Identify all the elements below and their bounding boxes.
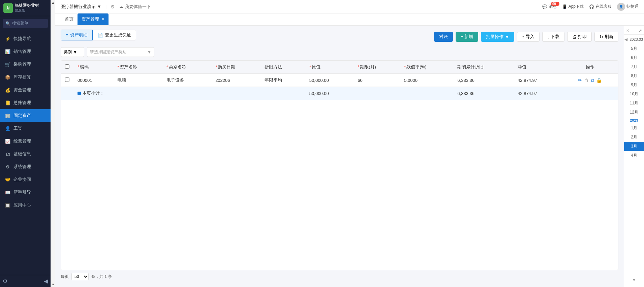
sidebar-item-finance[interactable]: 💰 资金管理 xyxy=(0,84,51,96)
month-5[interactable]: 5月 xyxy=(624,44,644,53)
sidebar-item-purchase[interactable]: 🛒 采购管理 xyxy=(0,58,51,71)
sidebar-footer: ⚙ ◀ xyxy=(0,275,51,287)
tab-asset-management[interactable]: 资产管理 × xyxy=(78,13,109,25)
scroll-down-arrow[interactable]: ▼ xyxy=(51,282,56,287)
panel-down-button[interactable]: ▼ xyxy=(632,277,637,283)
topbar-right: 💬 消息 99+ 📱 App下载 🎧 在线客服 👤 畅捷通 xyxy=(542,3,639,11)
logo-icon: 财 xyxy=(3,3,13,13)
scroll-up-arrow[interactable]: ▲ xyxy=(51,0,56,5)
content-area: ≡ 资产明细 📄 变更生成凭证 对账 + 新增 xyxy=(55,26,624,287)
sidebar-item-fixed-assets[interactable]: 🏢 固定资产 xyxy=(0,109,51,122)
delete-icon[interactable]: 🗑 xyxy=(584,77,589,83)
sidebar-item-label: 资金管理 xyxy=(13,87,31,93)
tab-home[interactable]: 首页 xyxy=(61,13,78,25)
sidebar-item-label: 系统管理 xyxy=(13,164,31,170)
td-purchase-date: 202206 xyxy=(211,74,260,87)
th-action: 操作 xyxy=(562,61,618,74)
month-8[interactable]: 8月 xyxy=(624,71,644,81)
month-6[interactable]: 6月 xyxy=(624,53,644,62)
month-11[interactable]: 11月 xyxy=(624,99,644,108)
download-button[interactable]: ↓ 下载 xyxy=(542,32,565,42)
sidebar-item-guide[interactable]: 📖 新手引导 xyxy=(0,186,51,199)
refresh-button[interactable]: ↻ 刷新 xyxy=(594,32,618,42)
collapse-button[interactable]: ◀ xyxy=(44,278,48,284)
edit-icon[interactable]: ✏ xyxy=(578,77,582,83)
system-icon: ⚙ xyxy=(5,164,11,170)
sidebar-nav: ⚡ 快捷导航 📊 销售管理 🛒 采购管理 📦 库存核算 💰 资金管理 📒 总账管… xyxy=(0,31,51,275)
month-1[interactable]: 1月 xyxy=(624,124,644,133)
total-label: 条，共 1 条 xyxy=(91,274,112,280)
month-10[interactable]: 10月 xyxy=(624,90,644,99)
reconcile-button[interactable]: 对账 xyxy=(434,32,453,42)
td-subtotal-action xyxy=(562,87,618,100)
sidebar-item-enterprise[interactable]: 🤝 企业协同 xyxy=(0,173,51,186)
row-checkbox[interactable] xyxy=(65,77,69,82)
subtotal-dot xyxy=(78,92,81,95)
sub-tab-label: 资产明细 xyxy=(70,32,88,38)
sidebar-item-sales[interactable]: 📊 销售管理 xyxy=(0,45,51,58)
batch-button[interactable]: 批量操作 ▼ xyxy=(481,32,514,42)
add-button[interactable]: + 新增 xyxy=(456,32,478,42)
sub-tab-asset-detail[interactable]: ≡ 资产明细 xyxy=(61,30,93,40)
export-label: 导入 xyxy=(526,34,534,40)
td-depreciation: 年限平均 xyxy=(260,74,305,87)
sidebar-item-quicknav[interactable]: ⚡ 快捷导航 xyxy=(0,32,51,45)
tab-close-icon[interactable]: × xyxy=(102,17,104,22)
panel-expand-button[interactable]: ⤢ xyxy=(639,28,642,33)
th-category: *类别名称 xyxy=(162,61,212,74)
app-download-icon: 📱 xyxy=(562,4,567,9)
month-9[interactable]: 9月 xyxy=(624,81,644,90)
message-badge: 99+ xyxy=(551,2,559,6)
message-btn[interactable]: 💬 消息 99+ xyxy=(542,4,557,9)
month-12[interactable]: 12月 xyxy=(624,108,644,117)
settings-button[interactable]: ⚙ xyxy=(3,278,7,284)
logo-subtitle: 普及版 xyxy=(15,8,39,13)
sub-tab-generate-voucher[interactable]: 📄 变更生成凭证 xyxy=(93,30,136,40)
settings-gear-button[interactable]: ⚙ xyxy=(111,4,115,9)
td-action: ✏ 🗑 ⧉ 🔒 xyxy=(562,74,618,87)
td-subtotal-netvalue: 42,874.97 xyxy=(514,87,562,100)
avatar: 👤 xyxy=(617,3,625,11)
td-subtotal-residual xyxy=(400,87,453,100)
cloud-icon: ☁ xyxy=(119,4,123,9)
sidebar-item-basic-info[interactable]: 🗂 基础信息 xyxy=(0,148,51,160)
batch-arrow-icon: ▼ xyxy=(505,34,509,39)
sidebar-item-label: 快捷导航 xyxy=(13,36,31,42)
tabs-bar: 首页 资产管理 × xyxy=(55,13,644,26)
app-download-btn[interactable]: 📱 App下载 xyxy=(562,4,584,9)
month-4[interactable]: 4月 xyxy=(624,151,644,160)
doc-icon: 📄 xyxy=(98,33,103,38)
company-selector[interactable]: 医疗器械行业演示 ▼ xyxy=(61,4,101,10)
td-period: 60 xyxy=(354,74,400,87)
filter-select-arrow: ▼ xyxy=(147,50,151,55)
sidebar-item-payroll[interactable]: 👤 工资 xyxy=(0,122,51,135)
copy-icon[interactable]: ⧉ xyxy=(591,77,594,83)
category-filter-select[interactable]: 请选择固定资产类别 ▼ xyxy=(87,47,154,57)
sidebar-item-ledger[interactable]: 📒 总账管理 xyxy=(0,96,51,109)
th-original-value: *原值 xyxy=(305,61,354,74)
user-profile-btn[interactable]: 👤 畅捷通 xyxy=(617,3,639,11)
online-service-btn[interactable]: 🎧 在线客服 xyxy=(589,4,612,9)
sidebar-item-app-center[interactable]: 🔲 应用中心 xyxy=(0,199,51,212)
month-7[interactable]: 7月 xyxy=(624,62,644,71)
td-subtotal-empty xyxy=(61,87,73,100)
online-service-label: 在线客服 xyxy=(595,4,612,9)
sidebar-item-system[interactable]: ⚙ 系统管理 xyxy=(0,160,51,173)
more-icon[interactable]: 🔒 xyxy=(596,77,602,83)
guide-icon: 📖 xyxy=(5,189,11,195)
print-button[interactable]: 🖨 打印 xyxy=(567,32,592,42)
td-category: 电子设备 xyxy=(162,74,212,87)
panel-close-button[interactable]: ✕ xyxy=(626,28,630,33)
select-all-checkbox[interactable] xyxy=(65,64,69,69)
page-size-select[interactable]: 50 100 200 xyxy=(71,273,89,280)
month-2[interactable]: 2月 xyxy=(624,133,644,142)
category-filter-label[interactable]: 类别 ▼ xyxy=(61,47,84,57)
export-button[interactable]: ↑ 导入 xyxy=(517,32,540,42)
company-name: 医疗器械行业演示 xyxy=(61,4,96,10)
month-3-current[interactable]: 3月 xyxy=(624,142,644,151)
sidebar-item-operations[interactable]: 📈 经营管理 xyxy=(0,135,51,148)
year-prev-button[interactable]: ◀ xyxy=(624,36,628,42)
sidebar-item-inventory[interactable]: 📦 库存核算 xyxy=(0,71,51,84)
search-menu-button[interactable]: 🔍 搜索菜单 xyxy=(3,19,48,28)
logo-title: 畅捷通好业财 xyxy=(15,3,39,8)
